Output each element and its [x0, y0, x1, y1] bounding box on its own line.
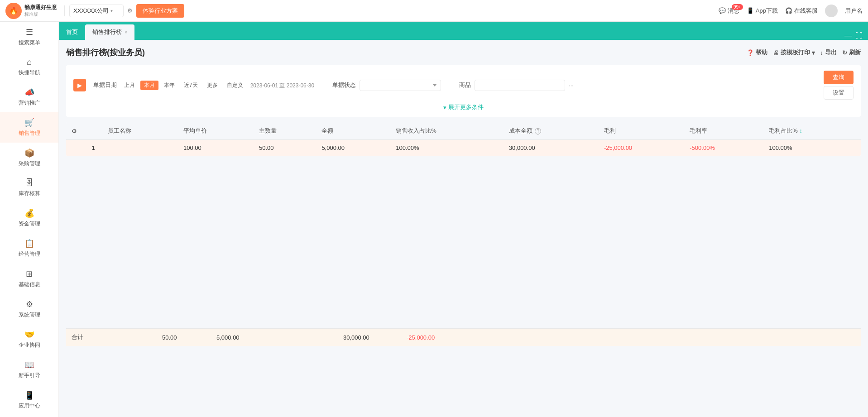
footer-row: 合计 50.00 5,000.00 30,000.00 -25,000.00: [72, 333, 855, 341]
trial-button[interactable]: 体验行业方案: [136, 4, 184, 18]
sidebar-item-inventory[interactable]: 🗄 库存核算: [0, 173, 58, 203]
date-tab-this-year[interactable]: 本年: [160, 81, 178, 90]
message-badge: 99+: [732, 4, 743, 10]
status-filter: 单据状态: [332, 80, 441, 91]
system-icon: ⚙: [26, 299, 33, 309]
page-title: 销售排行榜(按业务员): [66, 47, 145, 58]
settings-button[interactable]: 设置: [824, 86, 854, 100]
footer-amount: 5,000.00: [216, 334, 280, 341]
th-cost: 成本全额 ?: [504, 122, 599, 140]
sidebar-item-search[interactable]: ☰ 搜索菜单: [0, 22, 58, 52]
sidebar-label-finance: 资金管理: [19, 220, 40, 228]
help-button[interactable]: ❓ 帮助: [747, 48, 767, 57]
brand-text: 畅康通好生意 标准版: [24, 4, 57, 18]
finance-icon: 💰: [24, 208, 34, 218]
template-print-button[interactable]: 🖨 按模板打印 ▾: [773, 48, 815, 57]
message-button[interactable]: 💬 消息 99+: [719, 7, 739, 15]
sidebar-label-operations: 经营管理: [19, 250, 40, 258]
expand-button[interactable]: ▾ 展开更多条件: [73, 103, 854, 111]
row-gross: -25,000.00: [599, 140, 684, 156]
sidebar-label-sales: 销售管理: [19, 129, 40, 137]
sidebar-item-wechat[interactable]: 💬 企业微信: [0, 415, 58, 417]
date-tab-last-month[interactable]: 上月: [120, 81, 139, 90]
apps-icon: 📱: [24, 390, 34, 400]
print-chevron-icon: ▾: [812, 49, 815, 56]
row-name: [102, 140, 178, 156]
date-tab-more[interactable]: 更多: [203, 81, 221, 90]
date-tab-7days[interactable]: 近7天: [180, 81, 201, 90]
gross-pct-sort-icon[interactable]: ↕: [799, 127, 802, 134]
sidebar-item-guide[interactable]: 📖 新手引导: [0, 355, 58, 385]
row-gross-rate: -500.00%: [684, 140, 763, 156]
page-content: 销售排行榜(按业务员) ❓ 帮助 🖨 按模板打印 ▾ ↓: [59, 40, 868, 417]
basic-info-icon: ⊞: [26, 269, 33, 279]
gear-button[interactable]: ⚙: [124, 5, 136, 17]
tab-minimize-icon[interactable]: —: [844, 32, 852, 40]
sidebar-label-guide: 新手引导: [19, 372, 40, 379]
avatar[interactable]: [825, 5, 838, 17]
expand-chevron-icon: ▾: [443, 104, 446, 111]
status-label: 单据状态: [332, 81, 356, 89]
date-tabs: 上月 本月 本年 近7天 更多 自定义: [120, 81, 247, 90]
data-table-container: ⚙ 员工名称 平均单价 主数量 全额 销售收入占比% 成本全额 ?: [66, 122, 861, 156]
sidebar-item-marketing[interactable]: 📣 营销推广: [0, 82, 58, 112]
goods-input[interactable]: [475, 80, 565, 91]
sidebar-item-sales[interactable]: 🛒 销售管理: [0, 112, 58, 143]
th-settings[interactable]: ⚙: [66, 122, 84, 140]
more-filter-link[interactable]: ···: [569, 82, 574, 89]
top-bar: 🔥 畅康通好生意 标准版 XXXXXX公司 ▾ ⚙ 体验行业方案 💬 消息 99…: [0, 0, 868, 22]
sidebar-label-quick-nav: 快捷导航: [19, 69, 40, 77]
main-area: ☰ 搜索菜单 ⌂ 快捷导航 📣 营销推广 🛒 销售管理 📦 采购管理 🗄 库: [0, 22, 868, 417]
sidebar-item-system[interactable]: ⚙ 系统管理: [0, 294, 58, 324]
goods-filter: 商品 ···: [459, 80, 574, 91]
refresh-button[interactable]: ↻ 刷新: [842, 48, 861, 57]
company-selector[interactable]: XXXXXX公司 ▾: [69, 5, 124, 17]
status-select[interactable]: [360, 80, 441, 91]
tab-close-icon[interactable]: ×: [125, 29, 127, 35]
query-button[interactable]: 查询: [824, 71, 854, 84]
cost-info-icon[interactable]: ?: [535, 128, 541, 134]
sidebar-item-purchase[interactable]: 📦 采购管理: [0, 143, 58, 173]
company-name: XXXXXX公司: [73, 7, 109, 15]
sidebar-item-operations[interactable]: 📋 经营管理: [0, 233, 58, 264]
sidebar-item-enterprise[interactable]: 🤝 企业协同: [0, 324, 58, 355]
footer-gross: -25,000.00: [407, 334, 470, 341]
th-amount: 全额: [316, 122, 390, 140]
purchase-icon: 📦: [24, 148, 34, 158]
date-tab-custom[interactable]: 自定义: [223, 81, 247, 90]
row-cost: 30,000.00: [504, 140, 599, 156]
footer-label: 合计: [72, 333, 162, 341]
sidebar-item-quick-nav[interactable]: ⌂ 快捷导航: [0, 52, 58, 82]
enterprise-icon: 🤝: [24, 330, 34, 340]
date-label: 单据日期: [93, 81, 117, 89]
row-avg-price: 100.00: [178, 140, 254, 156]
brand-logo: 🔥 畅康通好生意 标准版: [5, 3, 60, 19]
sidebar-label-apps: 应用中心: [19, 402, 40, 410]
tab-home[interactable]: 首页: [59, 24, 85, 40]
filter-expand-button[interactable]: ▶: [73, 79, 86, 91]
sidebar-item-basic-info[interactable]: ⊞ 基础信息: [0, 264, 58, 294]
sidebar-label-purchase: 采购管理: [19, 160, 40, 168]
online-service-button[interactable]: 🎧 在线客服: [785, 7, 818, 15]
sidebar-item-apps[interactable]: 📱 应用中心: [0, 385, 58, 415]
export-button[interactable]: ↓ 导出: [820, 48, 837, 57]
refresh-icon: ↻: [842, 49, 847, 56]
date-tab-this-month[interactable]: 本月: [140, 81, 158, 90]
tab-expand-icon[interactable]: ⛶: [855, 32, 863, 40]
data-table: ⚙ 员工名称 平均单价 主数量 全额 销售收入占比% 成本全额 ?: [66, 122, 861, 156]
date-range: 2023-06-01 至 2023-06-30: [250, 82, 314, 90]
table-row: 1 100.00 50.00 5,000.00 100.00% 30,000.0…: [66, 140, 861, 156]
table-footer: 合计 50.00 5,000.00 30,000.00 -25,000.00: [66, 328, 861, 346]
sidebar-item-finance[interactable]: 💰 资金管理: [0, 203, 58, 233]
message-icon: 💬: [719, 7, 726, 14]
app-download-button[interactable]: 📱 App下载: [747, 7, 778, 15]
th-name: 员工名称: [102, 122, 178, 140]
tab-sales-ranking[interactable]: 销售排行榜 ×: [85, 24, 134, 40]
th-sales-pct: 销售收入占比%: [390, 122, 504, 140]
table-header-row: ⚙ 员工名称 平均单价 主数量 全额 销售收入占比% 成本全额 ?: [66, 122, 861, 140]
operations-icon: 📋: [24, 239, 34, 249]
goods-label: 商品: [459, 81, 471, 89]
th-gross: 毛利: [599, 122, 684, 140]
filter-row: ▶ 单据日期 上月 本月 本年 近7天 更多 自定义: [73, 71, 854, 100]
help-icon: ❓: [747, 49, 754, 56]
